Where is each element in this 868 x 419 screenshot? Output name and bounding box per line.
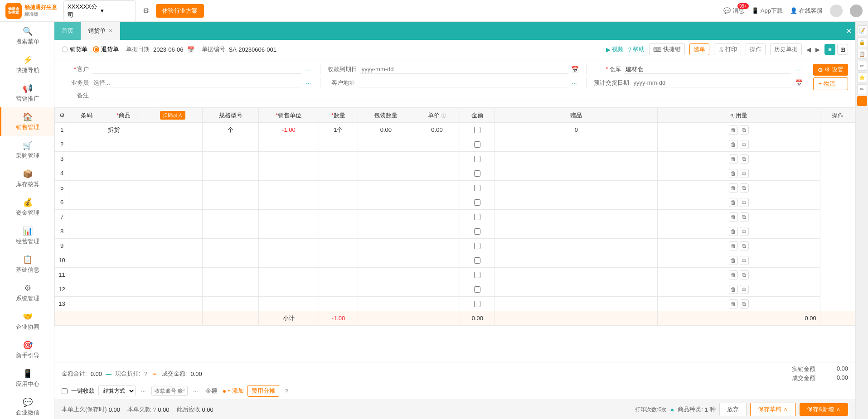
- save-new-btn[interactable]: 保存&新增 ∧: [800, 403, 848, 416]
- delete-icon-13[interactable]: 🗑: [729, 299, 738, 308]
- sidebar-item-marketing[interactable]: 📢 营销推广: [0, 79, 54, 107]
- fenyong-btn[interactable]: 费用分摊: [247, 385, 279, 397]
- avatar[interactable]: [830, 5, 843, 17]
- sidebar-item-enterprise[interactable]: 🤝 企业协同: [0, 307, 54, 336]
- payment-account-input[interactable]: [151, 386, 188, 396]
- copy-icon-12[interactable]: ⧉: [740, 285, 749, 294]
- cell-price-3[interactable]: [358, 152, 414, 166]
- th-settings[interactable]: ⚙: [55, 108, 69, 123]
- cell-barcode-9[interactable]: [69, 239, 104, 253]
- fenyong-help-icon[interactable]: ?: [285, 388, 288, 395]
- account-dots[interactable]: ···: [193, 388, 198, 395]
- cell-price-5[interactable]: [358, 181, 414, 195]
- cell-pkg-10[interactable]: [319, 253, 358, 268]
- cell-qty-1[interactable]: -1.00: [258, 123, 319, 137]
- cell-pkg-8[interactable]: [319, 224, 358, 239]
- gift-checkbox-13[interactable]: [474, 301, 480, 307]
- cell-pkg-13[interactable]: [319, 297, 358, 311]
- copy-icon-8[interactable]: ⧉: [740, 227, 749, 236]
- cell-qty-13[interactable]: [258, 297, 319, 311]
- delete-icon-7[interactable]: 🗑: [729, 212, 738, 222]
- cell-price-13[interactable]: [358, 297, 414, 311]
- operation-btn[interactable]: 操作: [746, 43, 766, 55]
- cell-pkg-3[interactable]: [319, 152, 358, 166]
- cell-spec-11[interactable]: [143, 268, 203, 282]
- cell-product-13[interactable]: [104, 297, 143, 311]
- delete-icon-4[interactable]: 🗑: [729, 169, 738, 178]
- cell-gift-12[interactable]: [460, 282, 495, 297]
- video-link[interactable]: ▶ 视频: [606, 45, 624, 53]
- cell-spec-4[interactable]: [143, 166, 203, 181]
- sidebar-item-system[interactable]: ⚙ 系统管理: [0, 279, 54, 307]
- payment-due-input[interactable]: [360, 65, 568, 74]
- cell-qty-4[interactable]: [258, 166, 319, 181]
- avatar2[interactable]: [850, 5, 863, 17]
- next-icon[interactable]: ▶: [815, 46, 820, 53]
- sales-rep-input[interactable]: [92, 78, 301, 87]
- cell-amount-7[interactable]: [414, 210, 460, 224]
- cell-price-1[interactable]: 0.00: [358, 123, 414, 137]
- cell-barcode-2[interactable]: [69, 137, 104, 152]
- cell-price-6[interactable]: [358, 195, 414, 210]
- cell-barcode-7[interactable]: [69, 210, 104, 224]
- sidebar-item-quick-nav[interactable]: ⚡ 快捷导航: [0, 50, 54, 79]
- cell-amount-3[interactable]: [414, 152, 460, 166]
- cell-price-10[interactable]: [358, 253, 414, 268]
- cell-barcode-13[interactable]: [69, 297, 104, 311]
- cell-spec-10[interactable]: [143, 253, 203, 268]
- cell-barcode-12[interactable]: [69, 282, 104, 297]
- gift-checkbox-11[interactable]: [474, 272, 480, 278]
- copy-icon-1[interactable]: ⧉: [740, 125, 749, 135]
- sidebar-item-guide[interactable]: 🎯 新手引导: [0, 336, 54, 364]
- settings-icon[interactable]: ⚙: [140, 5, 152, 17]
- shortcut-btn[interactable]: ⌨ 快捷键: [649, 43, 685, 55]
- cell-spec-8[interactable]: [143, 224, 203, 239]
- cell-qty-5[interactable]: [258, 181, 319, 195]
- right-panel-btn-3[interactable]: 📋: [857, 49, 867, 59]
- cell-unit-10[interactable]: [203, 253, 259, 268]
- expected-date-input[interactable]: [632, 78, 792, 87]
- customer-addr-dots[interactable]: ···: [570, 80, 579, 87]
- cell-amount-4[interactable]: [414, 166, 460, 181]
- cell-price-9[interactable]: [358, 239, 414, 253]
- remarks-input[interactable]: [89, 91, 803, 100]
- copy-icon-10[interactable]: ⧉: [740, 256, 749, 265]
- customer-input[interactable]: [92, 65, 301, 74]
- cell-qty-6[interactable]: [258, 195, 319, 210]
- cell-qty-7[interactable]: [258, 210, 319, 224]
- tab-home[interactable]: 首页: [54, 22, 81, 40]
- list-view-btn[interactable]: ≡: [824, 44, 835, 55]
- payment-due-calendar-icon[interactable]: 📅: [571, 66, 579, 73]
- prev-icon[interactable]: ◀: [806, 46, 811, 53]
- sidebar-item-wechat[interactable]: 💬 企业微信: [0, 393, 54, 419]
- sidebar-item-purchase[interactable]: 🛒 采购管理: [0, 136, 54, 164]
- cell-amount-1[interactable]: 0.00: [414, 123, 460, 137]
- app-download-btn[interactable]: 📱 App下载: [752, 7, 783, 15]
- gift-checkbox-6[interactable]: [474, 199, 480, 206]
- cell-qty-3[interactable]: [258, 152, 319, 166]
- cell-unit-11[interactable]: [203, 268, 259, 282]
- cell-product-11[interactable]: [104, 268, 143, 282]
- cell-amount-6[interactable]: [414, 195, 460, 210]
- cell-spec-7[interactable]: [143, 210, 203, 224]
- delete-icon-8[interactable]: 🗑: [729, 227, 738, 236]
- cell-spec-5[interactable]: [143, 181, 203, 195]
- cell-gift-2[interactable]: [460, 137, 495, 152]
- cell-pkg-4[interactable]: [319, 166, 358, 181]
- cell-unit-7[interactable]: [203, 210, 259, 224]
- sidebar-item-appstore[interactable]: 📱 应用中心: [0, 364, 54, 393]
- abandon-btn[interactable]: 放弃: [719, 403, 747, 416]
- copy-icon-9[interactable]: ⧉: [740, 241, 749, 250]
- gift-checkbox-7[interactable]: [474, 214, 480, 220]
- copy-icon-13[interactable]: ⧉: [740, 299, 749, 308]
- cell-gift-9[interactable]: [460, 239, 495, 253]
- cell-gift-6[interactable]: [460, 195, 495, 210]
- cell-gift-5[interactable]: [460, 181, 495, 195]
- cell-gift-10[interactable]: [460, 253, 495, 268]
- cell-gift-7[interactable]: [460, 210, 495, 224]
- gift-checkbox-9[interactable]: [474, 243, 480, 249]
- cell-price-11[interactable]: [358, 268, 414, 282]
- cell-unit-12[interactable]: [203, 282, 259, 297]
- radio-return[interactable]: 退货单: [93, 45, 119, 53]
- cell-price-12[interactable]: [358, 282, 414, 297]
